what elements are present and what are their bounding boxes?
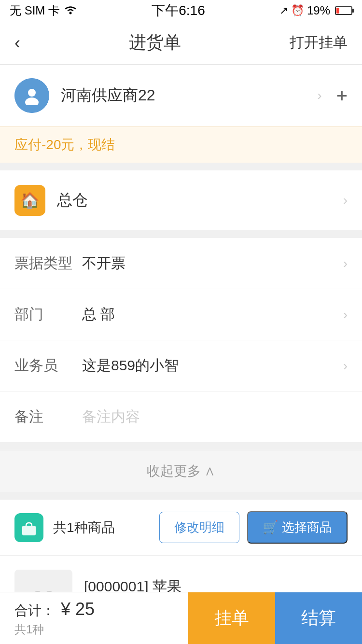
main-content: 河南供应商22 › + 应付-20元，现结 🏠 总仓 › 票据类型 不开票 › … (0, 65, 362, 644)
status-bar: 无 SIM 卡 下午6:16 ↗ ⏰ 19% (0, 0, 362, 21)
status-bar-time: 下午6:16 (152, 1, 205, 20)
bottom-bar: 合计： ¥ 25 共1种 挂单 结算 (0, 592, 362, 644)
department-value: 总 部 (82, 305, 343, 324)
supplier-chevron-icon: › (317, 88, 321, 103)
location-icon: ↗ (279, 4, 288, 17)
person-icon (22, 86, 42, 105)
battery-icon (335, 6, 352, 15)
salesperson-row[interactable]: 业务员 这是859的小智 › (0, 340, 362, 392)
cart-bag-icon (20, 519, 38, 536)
product-count-text: 共1种商品 (53, 518, 159, 537)
add-button[interactable]: + (336, 85, 348, 107)
product-header: 共1种商品 修改明细 🛒 选择商品 (0, 500, 362, 555)
battery-percent: 19% (307, 4, 330, 17)
warehouse-row[interactable]: 🏠 总仓 › (0, 170, 362, 230)
remark-row[interactable]: 备注 备注内容 (0, 392, 362, 442)
svg-point-0 (70, 12, 72, 14)
back-button[interactable]: ‹ (14, 33, 20, 53)
invoice-type-value: 不开票 (82, 253, 343, 273)
warehouse-chevron-icon: › (343, 193, 348, 208)
wifi-icon (64, 4, 77, 17)
supplier-row[interactable]: 河南供应商22 › + (0, 65, 362, 126)
settle-button[interactable]: 结算 (275, 592, 362, 644)
warehouse-icon-wrap: 🏠 (14, 185, 45, 216)
salesperson-chevron-icon: › (343, 358, 348, 374)
open-suspend-button[interactable]: 打开挂单 (290, 33, 348, 53)
status-bar-right: ↗ ⏰ 19% (279, 4, 352, 17)
salesperson-label: 业务员 (14, 356, 82, 376)
svg-rect-3 (22, 526, 36, 535)
department-chevron-icon: › (343, 307, 348, 322)
invoice-type-label: 票据类型 (14, 253, 82, 273)
total-amount: ¥ 25 (61, 599, 95, 619)
page-title: 进货单 (129, 31, 181, 55)
warehouse-name: 总仓 (57, 190, 343, 211)
remark-input[interactable]: 备注内容 (82, 407, 348, 427)
invoice-type-row[interactable]: 票据类型 不开票 › (0, 238, 362, 289)
salesperson-value: 这是859的小智 (82, 356, 343, 376)
status-bar-left: 无 SIM 卡 (10, 3, 77, 18)
svg-point-1 (28, 89, 36, 97)
department-label: 部门 (14, 305, 82, 324)
warehouse-icon: 🏠 (20, 191, 40, 210)
total-label: 合计： (14, 602, 55, 620)
total-sub: 共1种 (14, 622, 174, 637)
supplier-avatar (14, 78, 49, 113)
supplier-name: 河南供应商22 (61, 85, 317, 106)
form-section: 票据类型 不开票 › 部门 总 部 › 业务员 这是859的小智 › 备注 备注… (0, 238, 362, 442)
invoice-chevron-icon: › (343, 256, 348, 271)
alarm-icon: ⏰ (291, 4, 304, 17)
suspend-button[interactable]: 挂单 (188, 592, 275, 644)
bottom-total: 合计： ¥ 25 共1种 (0, 592, 188, 644)
payment-info-banner: 应付-20元，现结 (0, 126, 362, 163)
select-cart-icon: 🛒 (263, 520, 278, 535)
carrier-text: 无 SIM 卡 (10, 3, 60, 18)
supplier-section: 河南供应商22 › + 应付-20元，现结 (0, 65, 362, 163)
svg-point-2 (25, 98, 39, 105)
department-row[interactable]: 部门 总 部 › (0, 289, 362, 340)
collapse-bar[interactable]: 收起更多 ∧ (0, 450, 362, 492)
remark-label: 备注 (14, 407, 82, 427)
product-count-icon-wrap (14, 513, 43, 542)
select-product-button[interactable]: 🛒 选择商品 (247, 511, 348, 544)
nav-bar: ‹ 进货单 打开挂单 (0, 21, 362, 65)
edit-detail-button[interactable]: 修改明细 (159, 512, 239, 543)
